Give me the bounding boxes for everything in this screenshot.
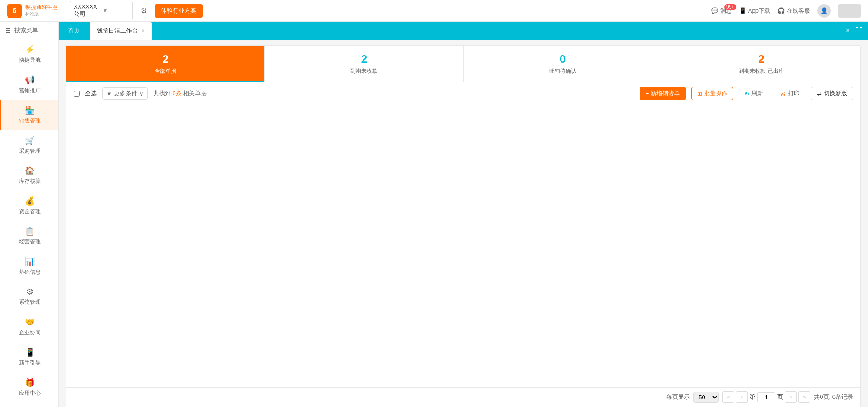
app-download-button[interactable]: 📱 App下载 xyxy=(739,7,770,15)
switch-version-button[interactable]: ⇄ 切换新版 xyxy=(811,87,853,100)
online-service-button[interactable]: 🎧 在线客服 xyxy=(778,7,810,15)
total-info: 共0页, 0条记录 xyxy=(814,393,853,401)
search-icon: ☰ xyxy=(5,27,11,34)
sidebar-item-label: 经营管理 xyxy=(19,238,41,246)
tab-expand-icon[interactable]: ⛶ xyxy=(854,25,864,37)
main-layout: ☰ 搜索菜单 ⚡ 快捷导航 📢 营销推广 🏪 销售管理 🛒 采购管理 🏠 库存核… xyxy=(0,22,868,407)
prev-page-button[interactable]: ‹ xyxy=(736,391,748,403)
message-icon: 💬 xyxy=(711,7,718,14)
page-word: 第 xyxy=(750,393,755,401)
stat-card-1[interactable]: 2 到期未收款 xyxy=(265,46,463,82)
tab-home[interactable]: 首页 xyxy=(59,22,89,40)
sidebar-item-app-center[interactable]: 🎁 应用中心 xyxy=(0,372,58,402)
sidebar-item-basic-info[interactable]: 📊 基础信息 xyxy=(0,251,58,281)
refresh-button[interactable]: ↻ 刷新 xyxy=(739,87,769,100)
table-area xyxy=(66,105,861,388)
sidebar-item-label: 系统管理 xyxy=(19,299,41,306)
stat-card-3[interactable]: 2 到期未收款 已出库 xyxy=(662,46,860,82)
chevron-down-icon: ▼ xyxy=(102,7,129,14)
next-page-button[interactable]: › xyxy=(785,391,797,403)
logo-badge: 标准版 xyxy=(25,11,58,17)
filter-button[interactable]: ▼ 更多条件 ∨ xyxy=(102,87,148,100)
app-center-icon: 🎁 xyxy=(25,378,35,388)
company-name: XXXXXX公司 xyxy=(74,3,100,18)
cooperation-icon: 🤝 xyxy=(25,317,35,327)
company-selector[interactable]: XXXXXX公司 ▼ xyxy=(70,1,133,20)
finance-icon: 💰 xyxy=(25,196,35,206)
experience-button[interactable]: 体验行业方案 xyxy=(155,4,203,18)
sidebar-item-label: 采购管理 xyxy=(19,147,41,155)
sidebar-item-label: 新手引导 xyxy=(19,359,41,367)
basic-info-icon: 📊 xyxy=(25,257,35,267)
stats-row: 2 全部单据 2 到期未收款 0 旺辅待确认 2 到期未收款 已出库 xyxy=(66,45,861,82)
add-sales-order-button[interactable]: + 新增销货单 xyxy=(640,87,686,100)
search-menu-button[interactable]: ☰ 搜索菜单 xyxy=(0,22,58,39)
stat-number: 2 xyxy=(671,53,851,65)
print-button[interactable]: 🖨 打印 xyxy=(774,87,806,100)
inventory-icon: 🏠 xyxy=(25,166,35,176)
avatar-icon: 👤 xyxy=(821,7,828,14)
sidebar-item-inventory[interactable]: 🏠 库存核算 xyxy=(0,160,58,191)
stat-number: 2 xyxy=(274,53,454,65)
settings-button[interactable]: ⚙ xyxy=(137,4,151,18)
tab-qianhuoriqing[interactable]: 钱货日清工作台 × xyxy=(90,22,152,40)
content-area: 首页 钱货日清工作台 × × ⛶ 2 全部单据 2 到期未收款 0 旺辅待确认 … xyxy=(59,22,868,407)
stat-number: 2 xyxy=(75,53,255,65)
select-all-checkbox[interactable] xyxy=(74,91,80,97)
tab-close-icon[interactable]: × xyxy=(142,28,145,34)
page-input[interactable] xyxy=(757,392,775,402)
page-size-select[interactable]: 501020100 xyxy=(693,392,719,403)
found-text: 共找到 0条 相关单据 xyxy=(153,89,207,98)
sidebar-item-label: 库存核算 xyxy=(19,178,41,185)
message-badge: 99+ xyxy=(724,4,736,10)
stat-label: 旺辅待确认 xyxy=(473,67,653,75)
download-icon: 📱 xyxy=(739,7,746,14)
operation-icon: 📋 xyxy=(25,226,35,236)
sidebar: ☰ 搜索菜单 ⚡ 快捷导航 📢 营销推广 🏪 销售管理 🛒 采购管理 🏠 库存核… xyxy=(0,22,59,407)
sidebar-item-quick-nav[interactable]: ⚡ 快捷导航 xyxy=(0,39,58,70)
tab-bar: 首页 钱货日清工作台 × × ⛶ xyxy=(59,22,868,40)
sidebar-item-finance[interactable]: 💰 资金管理 xyxy=(0,191,58,221)
stat-number: 0 xyxy=(473,53,653,65)
sidebar-item-purchase[interactable]: 🛒 采购管理 xyxy=(0,130,58,160)
filter-icon: ▼ xyxy=(106,90,112,97)
quick-nav-icon: ⚡ xyxy=(25,45,35,55)
first-page-button[interactable]: « xyxy=(722,391,734,403)
stat-card-2[interactable]: 0 旺辅待确认 xyxy=(464,46,662,82)
messages-button[interactable]: 💬 消息 99+ xyxy=(711,7,732,15)
select-all-label: 全选 xyxy=(85,89,97,98)
purchase-icon: 🛒 xyxy=(25,136,35,145)
system-icon: ⚙ xyxy=(26,287,33,297)
marketing-icon: 📢 xyxy=(25,75,35,85)
print-icon: 🖨 xyxy=(780,90,786,97)
sidebar-item-sales[interactable]: 🏪 销售管理 xyxy=(0,100,58,130)
page-nav: « ‹ 第 页 › » xyxy=(722,391,810,403)
toolbar: 全选 ▼ 更多条件 ∨ 共找到 0条 相关单据 + 新增销货单 ⊞ 批量操作 xyxy=(66,82,861,105)
sales-icon: 🏪 xyxy=(25,105,35,115)
stat-card-0[interactable]: 2 全部单据 xyxy=(66,46,265,82)
sidebar-item-cooperation[interactable]: 🤝 企业协同 xyxy=(0,312,58,342)
tab-label: 钱货日清工作台 xyxy=(97,27,138,35)
sidebar-item-system[interactable]: ⚙ 系统管理 xyxy=(0,281,58,312)
pagination-bar: 每页显示 501020100 « ‹ 第 页 › » 共0页, 0条记录 xyxy=(66,388,861,407)
last-page-button[interactable]: » xyxy=(798,391,810,403)
switch-icon: ⇄ xyxy=(817,90,822,97)
sidebar-item-wechat[interactable]: 💬 企业微信 xyxy=(0,402,58,407)
tab-actions: × ⛶ xyxy=(844,25,868,37)
sidebar-item-marketing[interactable]: 📢 营销推广 xyxy=(0,70,58,100)
sidebar-item-operation[interactable]: 📋 经营管理 xyxy=(0,221,58,251)
sidebar-item-label: 资金管理 xyxy=(19,208,41,215)
logo-area: 6 畅捷通好生意 标准版 xyxy=(7,4,66,18)
user-name-area[interactable] xyxy=(838,4,861,18)
sidebar-item-label: 营销推广 xyxy=(19,87,41,94)
top-right-actions: 💬 消息 99+ 📱 App下载 🎧 在线客服 👤 xyxy=(711,4,861,18)
batch-operation-button[interactable]: ⊞ 批量操作 xyxy=(691,87,733,100)
guide-icon: 📱 xyxy=(25,347,35,357)
sidebar-item-label: 应用中心 xyxy=(19,389,41,397)
sidebar-item-guide[interactable]: 📱 新手引导 xyxy=(0,342,58,372)
stat-label: 到期未收款 xyxy=(274,67,454,75)
tab-close-window-icon[interactable]: × xyxy=(844,25,852,37)
page-content: 2 全部单据 2 到期未收款 0 旺辅待确认 2 到期未收款 已出库 全选 ▼ … xyxy=(59,40,868,407)
avatar[interactable]: 👤 xyxy=(817,4,831,18)
sidebar-item-label: 企业协同 xyxy=(19,329,41,337)
